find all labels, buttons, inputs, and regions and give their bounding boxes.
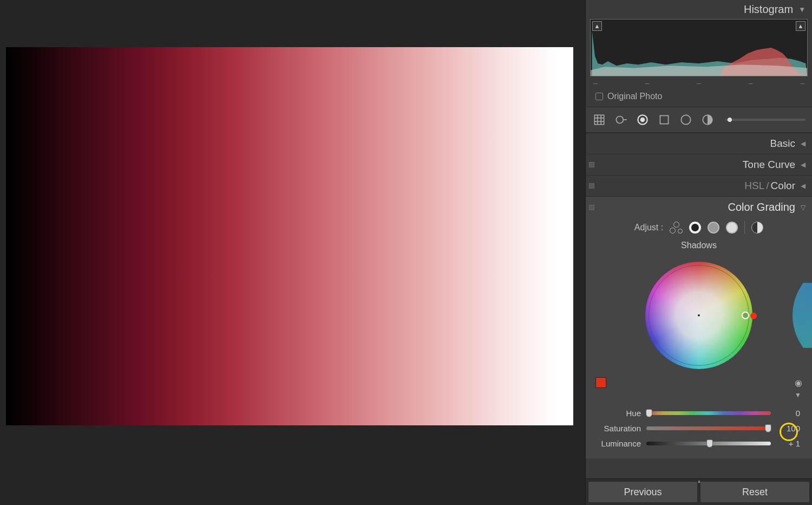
brush-tool-icon[interactable]: [700, 113, 715, 127]
histogram-header[interactable]: Histogram ▼: [586, 0, 812, 19]
histogram-chart[interactable]: ▲ ▲: [590, 19, 808, 76]
panel-toggle-icon[interactable]: [589, 183, 594, 189]
grip-icon[interactable]: ▴: [692, 478, 705, 481]
saturation-slider-row: Saturation 100: [598, 420, 800, 436]
original-photo-row[interactable]: Original Photo: [590, 87, 808, 107]
color-wheel-zone: [586, 256, 812, 375]
adjust-global-icon[interactable]: [751, 222, 763, 234]
slider-value[interactable]: 100: [776, 424, 800, 433]
wheel-handle-ring[interactable]: [742, 312, 749, 319]
chevron-down-icon[interactable]: ▼: [795, 391, 801, 399]
chevron-left-icon: ◀: [801, 140, 806, 147]
svg-rect-8: [660, 115, 668, 124]
chevron-down-icon: ▽: [801, 204, 806, 211]
basic-panel-header[interactable]: Basic ◀: [586, 133, 812, 154]
preview-image[interactable]: [6, 47, 573, 425]
slider-value[interactable]: 0: [776, 409, 800, 418]
crop-tool-icon[interactable]: [592, 113, 606, 127]
local-tools-strip: [586, 107, 812, 133]
wheel-controls-row: ◉: [586, 375, 812, 388]
hue-slider[interactable]: [646, 411, 771, 415]
next-wheel-peek[interactable]: [793, 283, 812, 348]
slider-value[interactable]: + 1: [776, 439, 800, 448]
svg-rect-0: [594, 115, 604, 124]
panel-toggle-icon[interactable]: [589, 205, 594, 210]
slider-label: Saturation: [598, 424, 641, 433]
eye-icon[interactable]: ◉: [795, 378, 802, 388]
develop-sidebar: Histogram ▼ ▲ ▲ – – – – – Original P: [585, 0, 812, 505]
chevron-left-icon: ◀: [801, 182, 806, 190]
svg-point-9: [681, 115, 690, 124]
hue-slider-row: Hue 0: [598, 405, 800, 420]
previous-button[interactable]: Previous: [588, 481, 698, 503]
color-grading-header[interactable]: Color Grading ▽: [586, 197, 812, 218]
svg-point-5: [616, 116, 623, 124]
tool-size-slider[interactable]: [725, 119, 806, 121]
panel-label: Color Grading: [728, 201, 795, 213]
checkbox-icon[interactable]: [595, 93, 603, 100]
saturation-slider[interactable]: [646, 426, 771, 430]
adjust-shadows-icon[interactable]: [689, 222, 701, 234]
adjust-midtones-icon[interactable]: [708, 222, 719, 234]
slider-thumb[interactable]: [646, 409, 652, 417]
redeye-tool-icon[interactable]: [657, 113, 671, 127]
separator: [744, 221, 745, 234]
tone-curve-panel-header[interactable]: Tone Curve ◀: [586, 154, 812, 175]
reset-button[interactable]: Reset: [700, 481, 810, 503]
color-grading-mode-label: Shadows: [586, 239, 812, 256]
sliders: Hue 0 Saturation 100 Luminance + 1: [586, 402, 812, 451]
luminance-slider-row: Luminance + 1: [598, 436, 800, 451]
canvas-area: [0, 0, 585, 505]
slider-label: Hue: [598, 409, 641, 418]
histogram-svg: [591, 20, 807, 76]
slider-label: Luminance: [598, 439, 641, 448]
mask-tool-icon[interactable]: [636, 113, 650, 127]
adjust-row: Adjust :: [586, 218, 812, 239]
adjust-label: Adjust :: [634, 223, 663, 232]
slider-thumb[interactable]: [706, 439, 713, 448]
panel-label: Tone Curve: [743, 159, 795, 171]
luminance-slider[interactable]: [646, 442, 771, 445]
histogram-panel: ▲ ▲ – – – – – Original Photo: [586, 19, 812, 107]
chevron-down-icon: ▼: [798, 5, 806, 14]
spot-tool-icon[interactable]: [614, 113, 628, 127]
color-grading-panel: Color Grading ▽ Adjust : Shadows ◉: [586, 196, 812, 458]
wheel-handle-dot[interactable]: [750, 313, 757, 319]
chevron-left-icon: ◀: [801, 161, 806, 169]
adjust-highlights-icon[interactable]: [726, 222, 738, 234]
panel-label: HSL/Color: [744, 180, 795, 192]
svg-point-7: [641, 118, 645, 122]
footer-buttons: ▴ Previous Reset: [586, 478, 812, 505]
adjust-three-way-icon[interactable]: [670, 222, 683, 234]
slider-thumb[interactable]: [765, 424, 771, 432]
histogram-title: Histogram: [744, 3, 793, 16]
panel-toggle-icon[interactable]: [589, 162, 594, 167]
wheel-center-dot: [698, 314, 700, 316]
original-photo-label: Original Photo: [607, 92, 662, 101]
histogram-region-ticks: – – – – –: [590, 76, 808, 87]
panel-label: Basic: [770, 138, 795, 150]
color-swatch[interactable]: [595, 377, 606, 388]
color-wheel[interactable]: [645, 262, 752, 369]
hsl-color-panel-header[interactable]: HSL/Color ◀: [586, 175, 812, 196]
radial-tool-icon[interactable]: [679, 113, 693, 127]
